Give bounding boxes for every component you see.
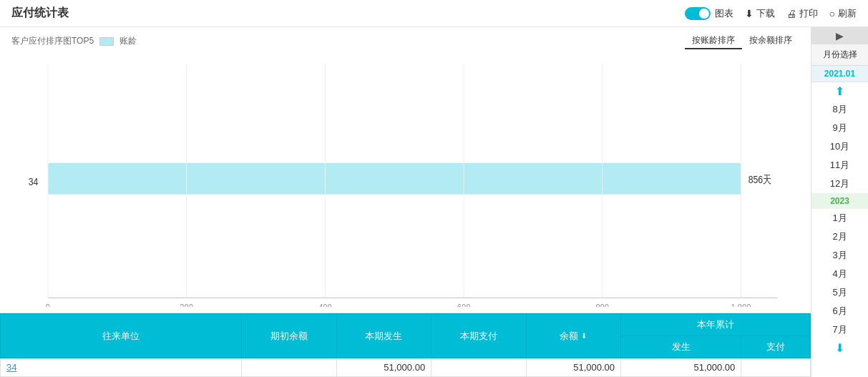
th-current-pay: 本期支付 (431, 314, 526, 358)
cell-current-pay (431, 358, 526, 377)
month-4[interactable]: 4月 (811, 265, 868, 283)
th-balance: 余额 ⬇ (526, 314, 620, 358)
table-row: 34 51,000.00 51,000.00 51,000.00 (1, 358, 811, 377)
print-label: 打印 (799, 7, 818, 20)
refresh-icon: ○ (829, 8, 835, 19)
print-icon: 🖨 (786, 8, 796, 19)
th-ytd: 本年累计 (621, 314, 811, 336)
sidebar-nav-down-btn[interactable]: ⬇ (811, 339, 868, 357)
month-11[interactable]: 11月 (811, 156, 868, 175)
chart-toggle-wrap: 图表 (685, 7, 733, 20)
table-area: 往来单位 期初余额 本期发生 本期支付 余额 ⬇ 本年累计 (0, 313, 811, 377)
sidebar-nav-up-btn[interactable]: ⬆ (811, 82, 868, 100)
chart-legend: 客户应付排序图TOP5 账龄 (11, 35, 137, 47)
balance-sort-icon: ⬇ (581, 332, 587, 340)
sort-by-balance-btn[interactable]: 按账龄排序 (685, 33, 742, 49)
svg-text:34: 34 (29, 176, 39, 187)
download-label: 下载 (756, 7, 775, 20)
legend-box (99, 37, 114, 46)
cell-opening (242, 358, 336, 377)
th-current-occur: 本期发生 (336, 314, 431, 358)
th-opening: 期初余额 (242, 314, 336, 358)
month-2[interactable]: 2月 (811, 227, 868, 246)
chart-wrapper: 34 856天 0 200 400 600 800 1,000 (0, 55, 811, 313)
refresh-label: 刷新 (838, 7, 857, 20)
year-2023-marker: 2023 (811, 193, 868, 209)
sidebar-nav: ⬆ 8月 9月 10月 11月 12月 2023 1月 2月 3月 4月 5月 … (811, 82, 868, 357)
cell-ytd-occur: 51,000.00 (621, 358, 741, 377)
svg-text:0: 0 (46, 303, 50, 307)
chart-toggle-label: 图表 (715, 7, 733, 20)
header: 应付统计表 图表 ⬇ 下载 🖨 打印 ○ 刷新 (0, 0, 868, 27)
page-title: 应付统计表 (11, 6, 69, 21)
svg-text:600: 600 (457, 303, 471, 307)
sidebar: ▶ 月份选择 2021.01 ⬆ 8月 9月 10月 11月 12月 2023 … (811, 27, 868, 377)
main-content: 客户应付排序图TOP5 账龄 按账龄排序 按余额排序 34 (0, 27, 868, 377)
svg-text:200: 200 (180, 303, 193, 307)
page-container: 应付统计表 图表 ⬇ 下载 🖨 打印 ○ 刷新 (0, 0, 868, 377)
data-table: 往来单位 期初余额 本期发生 本期支付 余额 ⬇ 本年累计 (0, 313, 811, 377)
th-ytd-pay: 支付 (741, 336, 811, 358)
cell-ytd-pay (741, 358, 811, 377)
svg-rect-1 (48, 163, 741, 195)
sort-by-amount-btn[interactable]: 按余额排序 (742, 33, 799, 49)
cell-unit[interactable]: 34 (1, 358, 242, 377)
sort-buttons: 按账龄排序 按余额排序 (685, 33, 799, 49)
header-actions: 图表 ⬇ 下载 🖨 打印 ○ 刷新 (685, 7, 857, 20)
chart-toggle[interactable] (685, 7, 711, 20)
legend-label: 账龄 (120, 35, 137, 47)
month-8[interactable]: 8月 (811, 100, 868, 119)
legend-title: 客户应付排序图TOP5 (11, 35, 94, 47)
cell-balance: 51,000.00 (526, 358, 620, 377)
th-ytd-occur: 发生 (621, 336, 741, 358)
download-icon: ⬇ (745, 8, 754, 19)
month-3[interactable]: 3月 (811, 246, 868, 265)
month-12[interactable]: 12月 (811, 175, 868, 193)
th-unit: 往来单位 (1, 314, 242, 358)
download-button[interactable]: ⬇ 下载 (745, 7, 775, 20)
svg-text:400: 400 (318, 303, 332, 307)
month-9[interactable]: 9月 (811, 119, 868, 137)
month-5[interactable]: 5月 (811, 283, 868, 302)
refresh-button[interactable]: ○ 刷新 (829, 7, 857, 20)
chart-table-area: 客户应付排序图TOP5 账龄 按账龄排序 按余额排序 34 (0, 27, 811, 377)
sidebar-current-value: 2021.01 (811, 66, 868, 82)
sidebar-collapse-btn[interactable]: ▶ (811, 27, 868, 44)
sidebar-header: 月份选择 (811, 44, 868, 66)
svg-text:800: 800 (595, 303, 609, 307)
chart-svg: 34 856天 0 200 400 600 800 1,000 (11, 55, 799, 307)
svg-text:1,000: 1,000 (731, 303, 751, 307)
chevron-right-icon: ▶ (836, 30, 844, 41)
month-10[interactable]: 10月 (811, 137, 868, 156)
month-7[interactable]: 7月 (811, 320, 868, 339)
month-6[interactable]: 6月 (811, 302, 868, 320)
svg-text:856天: 856天 (748, 173, 772, 185)
chart-header: 客户应付排序图TOP5 账龄 按账龄排序 按余额排序 (0, 27, 811, 55)
cell-current-occur: 51,000.00 (336, 358, 431, 377)
month-1[interactable]: 1月 (811, 209, 868, 227)
print-button[interactable]: 🖨 打印 (786, 7, 818, 20)
